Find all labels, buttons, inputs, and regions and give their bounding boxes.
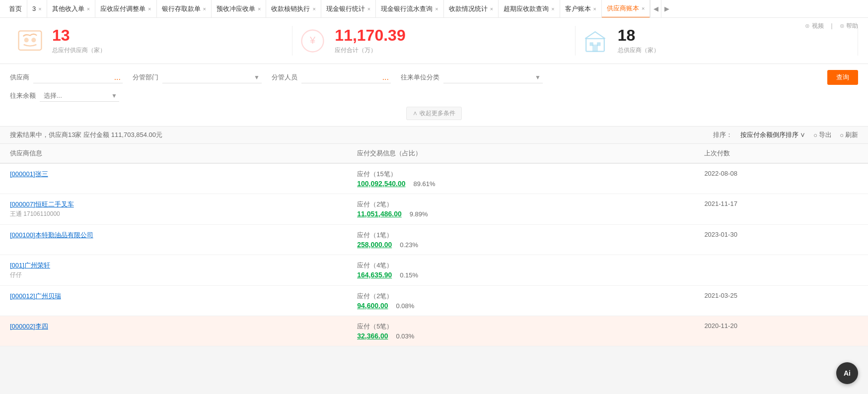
supplier-cell: [000007]恒旺二手叉车王通 17106110000	[0, 194, 347, 225]
tx-label: 应付（4笔）	[357, 261, 684, 270]
refresh-label: 刷新	[845, 131, 858, 139]
nav-tab-bank-deposit[interactable]: 银行存取款单 ×	[157, 0, 212, 18]
supplier-link[interactable]: [001]广州荣轩	[10, 262, 50, 269]
supplier-link[interactable]: [000001]张三	[10, 170, 48, 178]
tx-amount[interactable]: 32,366.00	[357, 332, 388, 340]
video-help-link[interactable]: ⊙ 视频	[805, 22, 823, 30]
payable-amount-icon: ¥	[297, 26, 327, 56]
last-pay-cell: 2023-01-30	[694, 225, 868, 255]
payable-suppliers-icon	[15, 26, 45, 56]
nav-tab-bank-deposit-label: 银行存取款单	[162, 4, 201, 13]
total-suppliers-icon	[580, 26, 610, 56]
tx-amount[interactable]: 94,600.00	[357, 302, 388, 310]
help-bar: ⊙ 视频 ｜ ⊙ 帮助	[805, 22, 858, 30]
tx-cell: 应付（5笔）32,366.000.03%	[347, 316, 694, 346]
col-tx-header: 应付交易信息（占比）	[347, 144, 694, 163]
query-button[interactable]: 查询	[827, 70, 858, 85]
filter-dept-input[interactable]	[162, 71, 262, 83]
filter-category-input[interactable]	[443, 71, 543, 83]
nav-tab-overdue-query-label: 超期应收款查询	[504, 4, 549, 13]
nav-tab-home[interactable]: 首页	[4, 0, 27, 18]
nav-tab-ap-adjust[interactable]: 应收应付调整单 ×	[95, 0, 156, 18]
svg-point-2	[31, 38, 36, 42]
supplier-link[interactable]: [000002]李四	[10, 323, 48, 330]
tx-percent: 0.15%	[400, 271, 418, 279]
nav-tab-prepay-writeoff-label: 预收冲应收单	[217, 4, 255, 13]
collapse-filters-button[interactable]: ∧ 收起更多条件	[406, 107, 461, 120]
last-pay-cell: 2021-11-17	[694, 194, 868, 225]
nav-tab-prepay-writeoff[interactable]: 预收冲应收单 ×	[212, 0, 266, 18]
nav-tab-bank-deposit-close[interactable]: ×	[203, 6, 206, 12]
filter-dept-wrap: ▼	[162, 71, 262, 83]
svg-rect-8	[592, 44, 598, 51]
filter-row-2: 往来余额 ▼	[10, 90, 858, 102]
payable-amount-content: 11,170.39 应付合计（万）	[335, 27, 405, 54]
filter-category-wrap: ▼	[443, 71, 543, 83]
total-suppliers-number: 18	[618, 27, 659, 44]
nav-tab-other-income[interactable]: 其他收入单 ×	[47, 0, 95, 18]
nav-tab-cash-bank-stat-close[interactable]: ×	[367, 6, 370, 12]
supplier-cell: [001]广州荣轩仔仔	[0, 255, 347, 286]
filter-balance-input[interactable]	[40, 90, 119, 102]
tx-amount[interactable]: 11,051,486.00	[357, 210, 402, 218]
nav-tab-customer-account-close[interactable]: ×	[593, 6, 596, 12]
nav-tab-3[interactable]: 3 ×	[27, 0, 47, 18]
nav-tab-cash-flow-close[interactable]: ×	[435, 6, 438, 12]
nav-next-arrow[interactable]: ▶	[661, 0, 672, 18]
nav-tab-customer-account[interactable]: 客户账本 ×	[560, 0, 602, 18]
nav-tab-overdue-query-close[interactable]: ×	[551, 6, 554, 12]
supplier-table: 供应商信息 应付交易信息（占比） 上次付数 [000001]张三应付（15笔）1…	[0, 144, 868, 346]
person-dots-icon[interactable]: ...	[382, 73, 389, 82]
nav-tab-collection-stat-close[interactable]: ×	[490, 6, 493, 12]
nav-tab-collection-stat-label: 收款情况统计	[449, 4, 488, 13]
nav-tab-ap-adjust-close[interactable]: ×	[148, 6, 151, 12]
last-pay-cell: 2020-11-20	[694, 316, 868, 346]
filter-supplier-input[interactable]	[33, 71, 123, 83]
nav-prev-arrow[interactable]: ◀	[650, 0, 661, 18]
export-button[interactable]: ○ 导出	[813, 131, 832, 139]
payable-suppliers-number: 13	[52, 27, 106, 44]
filter-balance-label: 往来余额	[10, 91, 36, 100]
nav-tab-other-income-close[interactable]: ×	[87, 6, 90, 12]
nav-tab-supplier-account-close[interactable]: ×	[642, 5, 645, 11]
supplier-link[interactable]: [000007]恒旺二手叉车	[10, 200, 74, 208]
supplier-cell: [000012]广州贝瑞	[0, 286, 347, 316]
refresh-button[interactable]: ○ 刷新	[840, 131, 858, 139]
nav-tab-overdue-query[interactable]: 超期应收款查询 ×	[499, 0, 560, 18]
nav-tab-supplier-account[interactable]: 供应商账本 ×	[602, 0, 650, 18]
sort-select[interactable]: 按应付余额倒序排序 ∨	[740, 131, 806, 139]
tx-label: 应付（1笔）	[357, 231, 684, 240]
help-link[interactable]: ⊙ 帮助	[840, 22, 858, 30]
supplier-link[interactable]: [000100]本特勤油品有限公司	[10, 231, 93, 239]
last-pay-cell: 2022-08-08	[694, 163, 868, 194]
tx-cell: 应付（4笔）164,635.900.15%	[347, 255, 694, 286]
nav-tab-3-close[interactable]: ×	[38, 6, 41, 12]
nav-tab-3-label: 3	[32, 5, 36, 12]
nav-tab-receipt-exec[interactable]: 收款核销执行 ×	[266, 0, 321, 18]
tx-label: 应付（2笔）	[357, 200, 684, 209]
table-row: [000100]本特勤油品有限公司应付（1笔）258,000.000.23%20…	[0, 225, 868, 255]
supplier-link[interactable]: [000012]广州贝瑞	[10, 292, 61, 300]
nav-tab-receipt-exec-close[interactable]: ×	[312, 6, 315, 12]
svg-rect-0	[18, 31, 41, 50]
summary-total-payable-amount: ¥ 11,170.39 应付合计（万）	[292, 26, 575, 56]
supplier-table-container: 供应商信息 应付交易信息（占比） 上次付数 [000001]张三应付（15笔）1…	[0, 144, 868, 346]
filter-person-input[interactable]	[301, 71, 391, 83]
supplier-dots-icon[interactable]: ...	[114, 73, 121, 82]
filter-dept-label: 分管部门	[133, 73, 158, 82]
tx-amount[interactable]: 258,000.00	[357, 241, 392, 249]
tx-amount[interactable]: 100,092,540.00	[357, 180, 405, 188]
nav-tab-collection-stat[interactable]: 收款情况统计 ×	[444, 0, 499, 18]
supplier-sub-info: 仔仔	[10, 271, 337, 279]
tx-amount[interactable]: 164,635.90	[357, 271, 392, 279]
filter-area: 供应商 ... 分管部门 ▼ 分管人员 ... 往来单位分类	[0, 64, 868, 127]
tx-percent: 0.23%	[400, 241, 418, 249]
nav-tab-prepay-writeoff-close[interactable]: ×	[258, 6, 261, 12]
nav-tab-supplier-account-label: 供应商账本	[607, 4, 639, 13]
nav-tab-receipt-exec-label: 收款核销执行	[271, 4, 310, 13]
nav-tab-cash-flow[interactable]: 现金银行流水查询 ×	[376, 0, 443, 18]
nav-tab-cash-bank-stat[interactable]: 现金银行统计 ×	[321, 0, 376, 18]
filter-balance: 往来余额 ▼	[10, 90, 119, 102]
filter-person-label: 分管人员	[272, 73, 297, 82]
sort-label: 排序：	[713, 131, 732, 139]
